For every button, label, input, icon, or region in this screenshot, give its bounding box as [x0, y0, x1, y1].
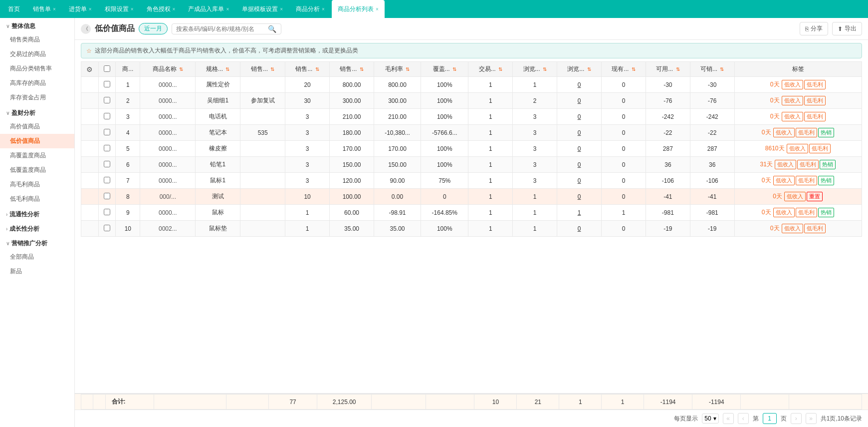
row-col6: 2 [513, 93, 557, 109]
nav-tab-purchase-close[interactable]: × [89, 6, 92, 12]
row-col7[interactable]: 0 [557, 125, 602, 141]
sidebar-item-high-profit[interactable]: 高毛利商品 [0, 177, 74, 192]
share-button[interactable]: ⎘ 分享 [800, 22, 828, 35]
row-checkbox-cell[interactable] [98, 93, 116, 109]
nav-tab-role-close[interactable]: × [173, 6, 176, 12]
table-container[interactable]: ⚙ 商... 商品名称 ⇅ 规格... ⇅ 销售... ⇅ 销售... ⇅ 销售… [75, 61, 868, 393]
browse2-link[interactable]: 0 [578, 193, 581, 200]
first-page-button[interactable]: « [723, 413, 734, 424]
row-checkbox-cell[interactable] [98, 77, 116, 93]
row-checkbox[interactable] [104, 177, 110, 183]
nav-tab-product-list-close[interactable]: × [376, 6, 379, 12]
sidebar-item-new-goods[interactable]: 新品 [0, 264, 74, 279]
row-checkbox[interactable] [104, 209, 110, 215]
sidebar-item-stock-fund[interactable]: 库存资金占用 [0, 90, 74, 105]
sidebar-group-circulation-toggle[interactable]: › [6, 212, 7, 217]
row-col7[interactable]: 0 [557, 221, 602, 237]
row-checkbox[interactable] [104, 145, 110, 151]
sidebar-group-overall[interactable]: ∨ 整体信息 [0, 18, 74, 32]
search-input[interactable] [176, 25, 266, 32]
row-checkbox[interactable] [104, 113, 110, 119]
sidebar-item-low-coverage[interactable]: 低覆盖度商品 [0, 163, 74, 177]
row-col7[interactable]: 0 [557, 93, 602, 109]
sidebar-group-marketing[interactable]: ∨ 营销推广分析 [0, 235, 74, 250]
row-checkbox-cell[interactable] [98, 109, 116, 125]
browse2-link[interactable]: 0 [578, 97, 581, 104]
row-col7[interactable]: 1 [557, 205, 602, 221]
page-size-select[interactable]: 50 ▾ [702, 414, 718, 424]
row-col3: 210.00 [374, 109, 421, 125]
row-col7[interactable]: 0 [557, 189, 602, 205]
browse2-link[interactable]: 0 [578, 161, 581, 168]
browse2-link[interactable]: 1 [578, 209, 581, 216]
nav-tab-product-in-close[interactable]: × [226, 6, 229, 12]
row-checkbox-cell[interactable] [98, 125, 116, 141]
nav-tab-sales-close[interactable]: × [53, 6, 56, 12]
row-col7[interactable]: 0 [557, 141, 602, 157]
row-checkbox-cell[interactable] [98, 173, 116, 189]
col-checkbox[interactable] [98, 62, 116, 77]
nav-tab-purchase[interactable]: 进货单 × [63, 0, 98, 18]
sidebar-item-category-rate[interactable]: 商品分类销售率 [0, 61, 74, 76]
row-col7[interactable]: 0 [557, 157, 602, 173]
nav-tab-home[interactable]: 首页 [2, 0, 26, 18]
sidebar-item-low-value[interactable]: 低价值商品 [0, 134, 74, 148]
browse2-link[interactable]: 0 [578, 145, 581, 152]
sidebar-group-profit[interactable]: ∨ 盈财分析 [0, 105, 74, 119]
row-checkbox[interactable] [104, 161, 110, 167]
nav-tab-product-analysis[interactable]: 商品分析 × [290, 0, 331, 18]
nav-tab-sales[interactable]: 销售单 × [27, 0, 62, 18]
sidebar-group-growth[interactable]: › 成长性分析 [0, 221, 74, 235]
filter-month-button[interactable]: 近一月 [139, 23, 168, 34]
sidebar-item-high-coverage[interactable]: 高覆盖度商品 [0, 148, 74, 163]
row-checkbox-cell[interactable] [98, 205, 116, 221]
search-icon[interactable]: 🔍 [268, 25, 276, 33]
settings-icon[interactable]: ⚙ [86, 65, 93, 73]
sidebar-item-all-goods[interactable]: 全部商品 [0, 250, 74, 264]
sidebar-item-traded[interactable]: 交易过的商品 [0, 47, 74, 61]
sidebar-group-circulation[interactable]: › 流通性分析 [0, 206, 74, 221]
sidebar-group-overall-toggle[interactable]: ∨ [6, 23, 9, 29]
row-col7[interactable]: 0 [557, 173, 602, 189]
sidebar-group-growth-toggle[interactable]: › [6, 226, 7, 232]
nav-tab-role[interactable]: 角色授权 × [141, 0, 182, 18]
nav-tab-permission[interactable]: 权限设置 × [99, 0, 140, 18]
nav-tab-product-list[interactable]: 商品分析列表 × [332, 0, 385, 18]
row-checkbox[interactable] [104, 193, 110, 199]
row-col7[interactable]: 0 [557, 109, 602, 125]
prev-page-button[interactable]: ‹ [738, 413, 749, 424]
sidebar-group-marketing-toggle[interactable]: ∨ [6, 241, 9, 246]
row-checkbox-cell[interactable] [98, 189, 116, 205]
export-button[interactable]: ⬆ 导出 [832, 22, 862, 35]
row-col6: 3 [513, 125, 557, 141]
nav-tab-permission-close[interactable]: × [131, 6, 134, 12]
nav-tab-template-close[interactable]: × [280, 6, 283, 12]
select-all-checkbox[interactable] [104, 65, 110, 72]
sidebar-item-high-stock[interactable]: 高库存的商品 [0, 76, 74, 90]
browse2-link[interactable]: 0 [578, 81, 581, 88]
browse2-link[interactable]: 0 [578, 225, 581, 232]
row-checkbox-cell[interactable] [98, 221, 116, 237]
row-checkbox[interactable] [104, 97, 110, 103]
sidebar-item-low-profit[interactable]: 低毛利商品 [0, 192, 74, 206]
browse2-link[interactable]: 0 [578, 113, 581, 120]
row-checkbox-cell[interactable] [98, 157, 116, 173]
last-page-button[interactable]: » [806, 413, 817, 424]
sidebar-group-profit-toggle[interactable]: ∨ [6, 110, 9, 116]
nav-tab-template[interactable]: 单据模板设置 × [236, 0, 289, 18]
current-page-input[interactable]: 1 [763, 413, 777, 424]
nav-tab-product-in[interactable]: 产成品入库单 × [182, 0, 235, 18]
row-checkbox[interactable] [104, 81, 110, 87]
browse2-link[interactable]: 0 [578, 177, 581, 184]
sidebar-item-high-value[interactable]: 高价值商品 [0, 119, 74, 134]
row-col7[interactable]: 0 [557, 77, 602, 93]
nav-tab-product-analysis-close[interactable]: × [322, 6, 325, 12]
row-checkbox-cell[interactable] [98, 141, 116, 157]
row-checkbox[interactable] [104, 129, 110, 135]
row-checkbox[interactable] [104, 225, 110, 231]
next-page-button[interactable]: › [791, 413, 802, 424]
browse2-link[interactable]: 0 [578, 129, 581, 136]
col-settings[interactable]: ⚙ [81, 62, 99, 77]
sidebar-item-sales-goods[interactable]: 销售类商品 [0, 32, 74, 47]
collapse-sidebar-button[interactable]: 《 [81, 24, 91, 34]
